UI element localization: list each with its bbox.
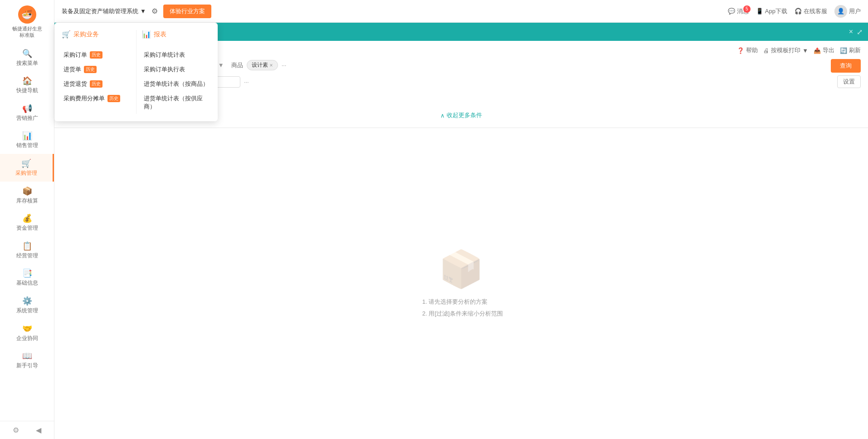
empty-illustration: 📦 <box>439 248 484 291</box>
message-icon: 💬 <box>728 8 735 15</box>
sales-icon: 📊 <box>22 131 32 141</box>
print-chevron-icon: ▼ <box>802 47 808 54</box>
sidebar-item-marketing[interactable]: 📢 营销推广 <box>0 99 54 127</box>
app-download-btn[interactable]: 📱 App下载 <box>756 7 787 15</box>
history-tag-2: 历史 <box>90 80 102 88</box>
settings-footer-btn[interactable]: ⚙ <box>13 426 19 434</box>
avatar: 👤 <box>834 5 847 18</box>
sidebar-item-inventory[interactable]: 📦 库存核算 <box>0 182 54 209</box>
empty-tips: 请先选择要分析的方案 用[过滤]条件来缩小分析范围 <box>419 296 502 320</box>
print-icon: 🖨 <box>763 47 769 54</box>
filter-group-goods: 商品 设计素 × ··· <box>231 60 287 70</box>
sidebar: 🍜 畅捷通好生意 标准版 🔍 搜索菜单 🏠 快捷导航 📢 营销推广 📊 销售管理 <box>0 0 54 439</box>
goods-tag: 设计素 × <box>247 60 278 70</box>
system-icon: ⚙️ <box>22 296 32 306</box>
sidebar-item-sales[interactable]: 📊 销售管理 <box>0 126 54 154</box>
purchase-icon: 🛒 <box>21 158 31 168</box>
salesperson-dots[interactable]: ··· <box>244 79 249 85</box>
message-badge: 5 <box>743 5 751 13</box>
goods-tag-close[interactable]: × <box>270 62 273 69</box>
dropdown-item-purchase-order[interactable]: 采购订单 历史 <box>62 48 131 62</box>
topbar-settings-icon[interactable]: ⚙ <box>151 7 158 15</box>
history-tag-1: 历史 <box>84 66 97 73</box>
dropdown-purchase-title: 🛒 采购业务 <box>62 30 131 42</box>
goods-label: 商品 <box>231 61 243 69</box>
message-btn[interactable]: 💬 消息 5 <box>728 7 749 15</box>
help-icon: ❓ <box>737 47 744 54</box>
history-tag-0: 历史 <box>90 51 102 59</box>
industry-btn[interactable]: 体验行业方案 <box>163 5 211 18</box>
empty-tip-1: 请先选择要分析的方案 <box>429 296 502 308</box>
user-btn[interactable]: 👤 用户 <box>834 5 861 18</box>
sidebar-nav: 🔍 搜索菜单 🏠 快捷导航 📢 营销推广 📊 销售管理 🛒 采购管理 📦 <box>0 44 54 421</box>
sidebar-item-system[interactable]: ⚙️ 系统管理 <box>0 291 54 319</box>
operations-icon: 📋 <box>22 241 32 251</box>
sidebar-item-finance[interactable]: 💰 资金管理 <box>0 209 54 237</box>
logo-text: 畅捷通好生意 标准版 <box>12 25 42 39</box>
dropdown-item-incoming-by-supplier[interactable]: 进货单统计表（按供应商） <box>142 91 211 114</box>
dropdown-menu: 🛒 采购业务 采购订单 历史 进货单 历史 进货退货 历史 采购费用分摊单 历史 <box>54 23 218 121</box>
sidebar-item-operations[interactable]: 📋 经营管理 <box>0 237 54 264</box>
query-btn[interactable]: 查询 <box>831 59 861 73</box>
search-icon: 🔍 <box>22 49 32 59</box>
report-section-icon: 📊 <box>142 30 151 39</box>
refresh-btn[interactable]: 🔄 刷新 <box>840 46 861 54</box>
window-expand-icon[interactable]: ⤢ <box>857 28 863 36</box>
dropdown-report-title: 📊 报表 <box>142 30 211 42</box>
topbar-title: 装备及固定资产辅助管理系统 <box>62 7 138 15</box>
enterprise-icon: 🤝 <box>22 324 32 334</box>
topbar-title-select[interactable]: 装备及固定资产辅助管理系统 ▼ <box>62 7 146 15</box>
logo-icon: 🍜 <box>18 5 36 24</box>
section-divider <box>136 30 137 114</box>
sidebar-logo: 🍜 畅捷通好生意 标准版 <box>0 0 54 44</box>
dropdown-item-return[interactable]: 进货退货 历史 <box>62 77 131 91</box>
history-tag-3: 历史 <box>107 95 120 102</box>
purchase-section-icon: 🛒 <box>62 30 71 39</box>
sidebar-item-purchase[interactable]: 🛒 采购管理 <box>0 154 54 182</box>
sidebar-item-basic[interactable]: 📑 基础信息 <box>0 264 54 291</box>
guide-icon: 📖 <box>22 351 32 361</box>
phone-icon: 📱 <box>756 8 763 15</box>
home-icon: 🏠 <box>22 76 32 86</box>
dropdown-item-incoming[interactable]: 进货单 历史 <box>62 62 131 77</box>
inventory-icon: 📦 <box>22 186 32 196</box>
tabbar-right: × ⤢ <box>849 28 868 36</box>
export-icon: 📤 <box>814 47 821 54</box>
dropdown-item-order-exec[interactable]: 采购订单执行表 <box>142 62 211 77</box>
empty-tip-2: 用[过滤]条件来缩小分析范围 <box>429 308 502 320</box>
dropdown-item-expense[interactable]: 采购费用分摊单 历史 <box>62 91 131 106</box>
dropdown-report-section: 📊 报表 采购订单统计表 采购订单执行表 进货单统计表（按商品） 进货单统计表（… <box>142 30 211 114</box>
dropdown-purchase-section: 🛒 采购业务 采购订单 历史 进货单 历史 进货退货 历史 采购费用分摊单 历史 <box>62 30 131 114</box>
dropdown-sections: 🛒 采购业务 采购订单 历史 进货单 历史 进货退货 历史 采购费用分摊单 历史 <box>62 30 210 114</box>
collapse-sidebar-btn[interactable]: ◀ <box>36 426 41 434</box>
settings-btn[interactable]: 设置 <box>837 75 861 88</box>
print-btn[interactable]: 🖨 按模板打印 ▼ <box>763 46 808 54</box>
sidebar-item-enterprise[interactable]: 🤝 企业协同 <box>0 319 54 347</box>
chevron-down-icon: ▼ <box>140 8 146 15</box>
doc-status-dots[interactable]: ▼ <box>218 62 224 69</box>
marketing-icon: 📢 <box>22 104 32 113</box>
topbar-actions: 💬 消息 5 📱 App下载 🎧 在线客服 👤 用户 <box>728 5 861 18</box>
collapse-icon: ∧ <box>440 112 445 119</box>
help-btn[interactable]: ❓ 帮助 <box>737 46 758 54</box>
topbar: 装备及固定资产辅助管理系统 ▼ ⚙ 体验行业方案 💬 消息 5 📱 App下载 … <box>54 0 868 23</box>
empty-state: 📦 请先选择要分析的方案 用[过滤]条件来缩小分析范围 <box>54 128 868 439</box>
basic-icon: 📑 <box>22 268 32 278</box>
sidebar-item-quicknav[interactable]: 🏠 快捷导航 <box>0 71 54 99</box>
goods-dots[interactable]: ··· <box>282 62 287 69</box>
dropdown-item-incoming-by-goods[interactable]: 进货单统计表（按商品） <box>142 77 211 91</box>
headset-icon: 🎧 <box>795 8 802 15</box>
finance-icon: 💰 <box>22 213 32 223</box>
refresh-icon: 🔄 <box>840 47 847 54</box>
sidebar-footer: ⚙ ◀ <box>0 421 54 439</box>
sidebar-item-guide[interactable]: 📖 新手引导 <box>0 346 54 374</box>
dropdown-item-order-stats[interactable]: 采购订单统计表 <box>142 48 211 62</box>
export-btn[interactable]: 📤 导出 <box>814 46 834 54</box>
online-support-btn[interactable]: 🎧 在线客服 <box>795 7 827 15</box>
window-close-icon[interactable]: × <box>849 28 853 36</box>
sidebar-item-search[interactable]: 🔍 搜索菜单 <box>0 44 54 72</box>
